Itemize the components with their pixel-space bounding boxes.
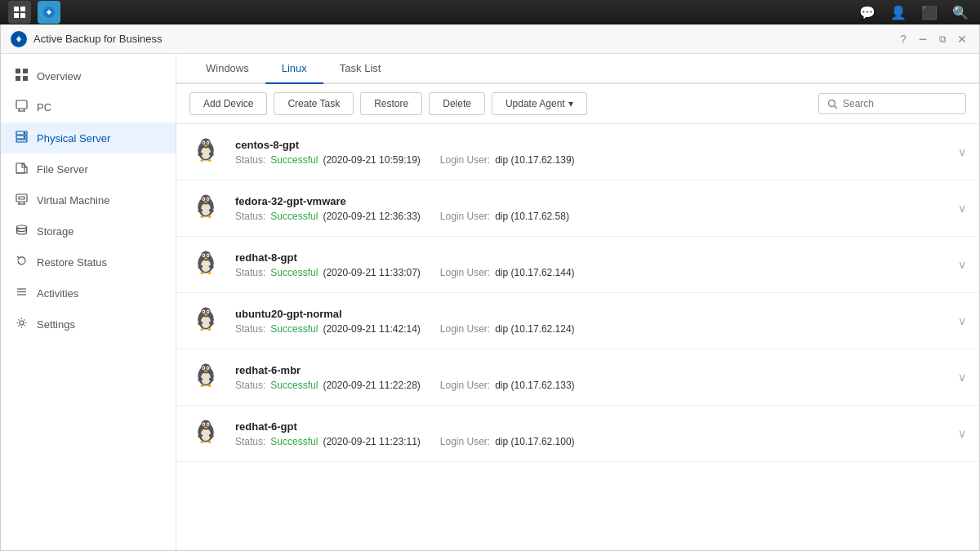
svg-point-46: [201, 203, 211, 216]
device-details: Status: Successful (2020-09-21 11:33:07)…: [235, 267, 951, 278]
device-name: redhat-6-gpt: [235, 420, 951, 433]
sidebar-item-pc[interactable]: PC: [1, 91, 176, 122]
svg-line-32: [835, 105, 838, 109]
help-button[interactable]: ?: [896, 32, 911, 47]
overview-icon: [14, 69, 29, 83]
create-task-button[interactable]: Create Task: [274, 92, 354, 115]
sidebar-item-storage-label: Storage: [37, 225, 74, 238]
login-label: Login User:: [440, 267, 490, 278]
svg-point-18: [24, 136, 25, 138]
status-label: Status:: [235, 436, 265, 447]
device-info: ubuntu20-gpt-normal Status: Successful (…: [235, 308, 951, 335]
sidebar-item-overview-label: Overview: [37, 70, 81, 82]
sidebar-item-overview[interactable]: Overview: [1, 60, 176, 91]
window-icon[interactable]: ⬛: [918, 1, 941, 24]
device-login: Login User: dip (10.17.62.124): [440, 323, 575, 335]
tab-linux[interactable]: Linux: [265, 54, 323, 84]
app-window: Active Backup for Business ? − ⧉ ✕ Overv…: [0, 24, 980, 551]
sidebar-item-file-server[interactable]: File Server: [1, 153, 176, 184]
svg-rect-24: [19, 197, 24, 199]
status-date: (2020-09-21 11:23:11): [323, 436, 420, 447]
close-button[interactable]: ✕: [955, 32, 969, 47]
user-icon[interactable]: 👤: [887, 1, 910, 24]
device-row[interactable]: redhat-6-gpt Status: Successful (2020-09…: [176, 406, 979, 462]
device-login: Login User: dip (10.17.62.139): [440, 154, 575, 166]
linux-device-icon: [189, 248, 222, 281]
svg-rect-1: [20, 7, 25, 11]
chevron-down-icon: ∨: [958, 371, 966, 384]
svg-point-76: [204, 313, 208, 315]
svg-point-82: [201, 372, 211, 384]
device-row[interactable]: ubuntu20-gpt-normal Status: Successful (…: [176, 293, 979, 349]
sidebar-item-storage[interactable]: Storage: [1, 216, 176, 247]
linux-device-icon: [189, 136, 222, 168]
toolbar: Add Device Create Task Restore Delete Up…: [176, 84, 979, 124]
svg-rect-10: [16, 100, 27, 109]
add-device-button[interactable]: Add Device: [189, 92, 267, 115]
update-agent-button[interactable]: Update Agent ▾: [492, 92, 587, 115]
sidebar-item-virtual-machine[interactable]: Virtual Machine: [1, 184, 176, 216]
device-row[interactable]: fedora-32-gpt-vmware Status: Successful …: [176, 180, 979, 237]
linux-device-icon: [189, 361, 222, 393]
search-icon: [827, 99, 838, 109]
login-value: dip (10.17.62.58): [495, 211, 569, 222]
sidebar-item-physical-server[interactable]: Physical Server: [1, 122, 176, 153]
app-title: Active Backup for Business: [33, 33, 163, 45]
sidebar-item-restore-status[interactable]: Restore Status: [1, 247, 176, 278]
svg-point-86: [203, 367, 204, 369]
search-icon[interactable]: 🔍: [949, 1, 972, 24]
svg-point-98: [203, 424, 204, 425]
device-status: Status: Successful (2020-09-21 11:22:28): [235, 380, 421, 391]
svg-point-104: [207, 441, 212, 443]
title-bar: Active Backup for Business ? − ⧉ ✕: [1, 24, 979, 54]
svg-point-87: [207, 367, 209, 369]
file-server-icon: [14, 162, 29, 176]
search-input[interactable]: [843, 98, 957, 109]
app-logo: [11, 31, 27, 47]
sidebar-item-pc-label: PC: [37, 101, 51, 113]
svg-rect-3: [20, 13, 25, 18]
tab-windows[interactable]: Windows: [189, 54, 265, 84]
sidebar-item-activities-label: Activities: [37, 287, 78, 300]
status-value: Successful: [270, 211, 318, 222]
status-value: Successful: [270, 154, 318, 166]
delete-button[interactable]: Delete: [429, 92, 485, 115]
status-date: (2020-09-21 11:22:28): [323, 380, 420, 391]
svg-rect-8: [16, 76, 20, 81]
device-row[interactable]: centos-8-gpt Status: Successful (2020-09…: [176, 124, 979, 180]
svg-point-94: [201, 429, 211, 441]
restore-button[interactable]: Restore: [360, 92, 422, 115]
device-status: Status: Successful (2020-09-21 11:33:07): [235, 267, 421, 278]
device-name: ubuntu20-gpt-normal: [235, 308, 951, 320]
content-area: Overview PC: [1, 54, 979, 550]
svg-point-31: [829, 100, 835, 106]
device-status: Status: Successful (2020-09-21 10:59:19): [235, 154, 421, 166]
svg-point-40: [204, 144, 208, 146]
sidebar: Overview PC: [1, 54, 176, 550]
svg-point-56: [207, 216, 212, 218]
restore-button[interactable]: ⧉: [935, 32, 950, 47]
status-label: Status:: [235, 267, 265, 278]
os-bar: 💬 👤 ⬛ 🔍: [0, 0, 980, 24]
minimize-button[interactable]: −: [915, 32, 930, 47]
svg-point-68: [207, 272, 212, 274]
device-row[interactable]: redhat-8-gpt Status: Successful (2020-09…: [176, 237, 979, 293]
tabs: Windows Linux Task List: [176, 54, 979, 84]
login-value: dip (10.17.62.124): [495, 323, 574, 335]
status-date: (2020-09-21 11:33:07): [323, 267, 420, 278]
grid-icon[interactable]: [8, 1, 31, 24]
device-row[interactable]: redhat-6-mbr Status: Successful (2020-09…: [176, 349, 979, 406]
svg-point-58: [201, 260, 211, 272]
sidebar-item-settings-label: Settings: [37, 318, 75, 331]
chat-icon[interactable]: 💬: [856, 1, 879, 24]
login-label: Login User:: [440, 323, 490, 335]
restore-status-icon: [14, 255, 29, 269]
activities-icon: [14, 286, 29, 300]
sidebar-item-activities[interactable]: Activities: [1, 278, 176, 309]
synology-icon[interactable]: [38, 1, 60, 24]
sidebar-item-settings[interactable]: Settings: [1, 309, 176, 340]
login-value: dip (10.17.62.100): [495, 436, 574, 447]
login-label: Login User:: [440, 154, 490, 166]
device-name: redhat-6-mbr: [235, 364, 951, 376]
tab-task-list[interactable]: Task List: [323, 54, 398, 84]
